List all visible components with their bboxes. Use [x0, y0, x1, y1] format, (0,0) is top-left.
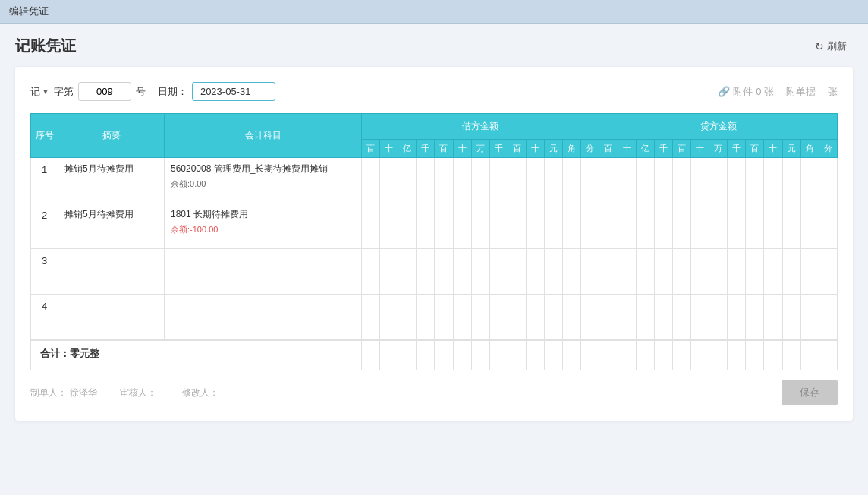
row1-credit-5[interactable]	[672, 158, 690, 203]
row4-debit-9[interactable]	[508, 295, 526, 340]
row1-debit-4[interactable]	[417, 158, 435, 203]
row1-credit-3[interactable]	[636, 158, 654, 203]
row2-credit-4[interactable]	[654, 203, 672, 249]
row2-debit-2[interactable]	[380, 203, 398, 249]
row4-credit-7[interactable]	[709, 295, 728, 340]
row4-debit-11[interactable]	[545, 295, 563, 340]
row4-debit-4[interactable]	[417, 295, 435, 340]
row1-debit-1[interactable]	[362, 158, 380, 203]
attach-receipt-link[interactable]: 附单据	[786, 85, 816, 99]
row2-credit-10[interactable]	[764, 203, 782, 249]
row1-credit-10[interactable]	[764, 158, 782, 203]
row4-credit-1[interactable]	[599, 295, 618, 340]
row3-credit-8[interactable]	[728, 249, 746, 295]
row1-debit-10[interactable]	[526, 158, 544, 203]
row1-credit-7[interactable]	[709, 158, 728, 203]
row2-credit-12[interactable]	[800, 203, 819, 249]
row4-debit-8[interactable]	[489, 295, 508, 340]
row1-credit-13[interactable]	[819, 158, 837, 203]
row1-debit-5[interactable]	[435, 158, 453, 203]
row1-debit-8[interactable]	[489, 158, 508, 203]
row2-debit-13[interactable]	[581, 203, 599, 249]
row2-debit-8[interactable]	[489, 203, 508, 249]
row3-debit-10[interactable]	[526, 249, 544, 295]
row4-credit-4[interactable]	[654, 295, 672, 340]
row3-debit-12[interactable]	[563, 249, 581, 295]
row2-credit-11[interactable]	[782, 203, 800, 249]
row1-debit-13[interactable]	[581, 158, 599, 203]
row4-credit-12[interactable]	[800, 295, 819, 340]
row4-debit-2[interactable]	[380, 295, 398, 340]
row4-debit-12[interactable]	[563, 295, 581, 340]
row1-credit-6[interactable]	[690, 158, 709, 203]
row4-credit-10[interactable]	[764, 295, 782, 340]
row3-credit-9[interactable]	[746, 249, 764, 295]
row2-credit-7[interactable]	[709, 203, 728, 249]
row4-debit-6[interactable]	[453, 295, 471, 340]
row1-credit-1[interactable]	[599, 158, 618, 203]
row4-debit-3[interactable]	[398, 295, 417, 340]
row2-seq[interactable]: 2	[31, 203, 58, 249]
row3-debit-6[interactable]	[453, 249, 471, 295]
row1-credit-2[interactable]	[618, 158, 636, 203]
attach-icon-link[interactable]: 🔗 附件 0 张	[718, 85, 774, 99]
row3-debit-8[interactable]	[489, 249, 508, 295]
row2-credit-9[interactable]	[746, 203, 764, 249]
row3-debit-2[interactable]	[380, 249, 398, 295]
row3-summary[interactable]	[58, 249, 165, 295]
row4-seq[interactable]: 4	[31, 295, 58, 340]
refresh-button[interactable]: ↻ 刷新	[809, 36, 853, 56]
row2-debit-6[interactable]	[453, 203, 471, 249]
row2-credit-1[interactable]	[599, 203, 618, 249]
row2-credit-8[interactable]	[728, 203, 746, 249]
row3-credit-12[interactable]	[800, 249, 819, 295]
row4-credit-5[interactable]	[672, 295, 690, 340]
row4-credit-6[interactable]	[690, 295, 709, 340]
row2-account[interactable]: 1801 长期待摊费用 余额:-100.00	[165, 203, 362, 249]
row4-credit-11[interactable]	[782, 295, 800, 340]
row3-seq[interactable]: 3	[31, 249, 58, 295]
row3-credit-10[interactable]	[764, 249, 782, 295]
save-button[interactable]: 保存	[782, 380, 838, 405]
row2-debit-4[interactable]	[417, 203, 435, 249]
row3-credit-2[interactable]	[618, 249, 636, 295]
row4-summary[interactable]	[58, 295, 165, 340]
row1-credit-11[interactable]	[782, 158, 800, 203]
row4-debit-5[interactable]	[435, 295, 453, 340]
voucher-number-input[interactable]	[78, 82, 131, 101]
row4-credit-13[interactable]	[819, 295, 837, 340]
row3-credit-11[interactable]	[782, 249, 800, 295]
row1-debit-7[interactable]	[471, 158, 489, 203]
row3-credit-3[interactable]	[636, 249, 654, 295]
voucher-type-button[interactable]: 记 ▼	[30, 85, 49, 99]
row4-credit-2[interactable]	[618, 295, 636, 340]
row4-debit-10[interactable]	[526, 295, 544, 340]
row3-credit-13[interactable]	[819, 249, 837, 295]
row3-credit-7[interactable]	[709, 249, 728, 295]
row3-debit-4[interactable]	[417, 249, 435, 295]
row4-debit-7[interactable]	[471, 295, 489, 340]
row3-debit-1[interactable]	[362, 249, 380, 295]
row3-debit-9[interactable]	[508, 249, 526, 295]
row2-debit-1[interactable]	[362, 203, 380, 249]
row3-debit-7[interactable]	[471, 249, 489, 295]
row1-credit-8[interactable]	[728, 158, 746, 203]
row4-debit-1[interactable]	[362, 295, 380, 340]
row1-seq[interactable]: 1	[31, 158, 58, 203]
row2-debit-12[interactable]	[563, 203, 581, 249]
row2-debit-3[interactable]	[398, 203, 417, 249]
row2-credit-2[interactable]	[618, 203, 636, 249]
row3-credit-6[interactable]	[690, 249, 709, 295]
row1-debit-11[interactable]	[545, 158, 563, 203]
row1-account[interactable]: 56020008 管理费用_长期待摊费用摊销 余额:0.00	[165, 158, 362, 203]
row3-credit-1[interactable]	[599, 249, 618, 295]
row2-debit-10[interactable]	[526, 203, 544, 249]
row2-credit-13[interactable]	[819, 203, 837, 249]
row1-debit-3[interactable]	[398, 158, 417, 203]
row2-summary[interactable]: 摊销5月待摊费用	[58, 203, 165, 249]
date-input[interactable]	[192, 82, 275, 101]
row4-credit-3[interactable]	[636, 295, 654, 340]
row1-debit-2[interactable]	[380, 158, 398, 203]
row1-credit-9[interactable]	[746, 158, 764, 203]
row3-account[interactable]	[165, 249, 362, 295]
